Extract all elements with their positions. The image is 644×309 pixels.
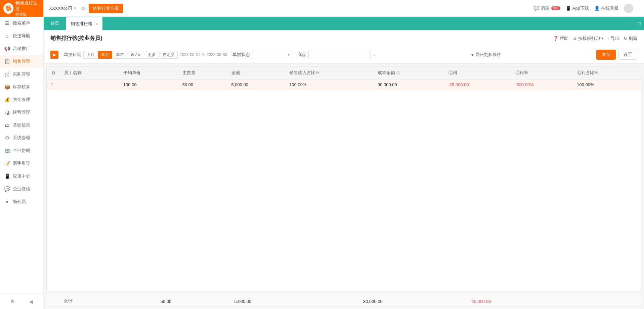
- date-7days-btn[interactable]: 近7天: [128, 51, 144, 59]
- sidebar-item-search[interactable]: ☰ 搜索菜单: [0, 17, 43, 30]
- message-icon: 💬: [534, 6, 539, 11]
- home-icon: ⌂: [4, 33, 10, 39]
- filter-date-group: 单据日期 上月 本月 本年 近7天 更多 自定义 2023-06-01 至 20…: [64, 51, 227, 59]
- service-label: 在线客服: [601, 5, 618, 11]
- filter-row-1: ▶ 单据日期 上月 本月 本年 近7天 更多 自定义 2023-06-01 至 …: [50, 50, 637, 60]
- sidebar-item-wechat[interactable]: 💬 企业微信: [0, 183, 43, 195]
- sidebar-item-sales-label: 销售管理: [13, 58, 30, 64]
- sidebar: 畅 畅康通好生意 标准版 ☰ 搜索菜单 ⌂ 快捷导航 📢 营销推广 📋 销售管理…: [0, 0, 44, 309]
- app-download-icon: 📱: [566, 6, 571, 11]
- sidebar-item-finance[interactable]: 💰 资金管理: [0, 93, 43, 106]
- topbar: XXXXX公司 ▾ ⚙ 体验行业方案 💬 消息 99+ 📱 App下载 👤 在线…: [44, 0, 644, 17]
- system-icon: ⚙: [4, 135, 10, 141]
- filter-collapse-btn[interactable]: ▶: [50, 51, 58, 59]
- print-btn[interactable]: 🖨 按模板打印 ▾: [572, 36, 603, 42]
- table-body: 1 100.00 50.00 5,000.00 100.00% 30,000.0…: [47, 80, 641, 90]
- sidebar-item-system-label: 系统管理: [13, 135, 30, 141]
- tab-sales-ranking-label: 销售排行榜: [71, 21, 92, 27]
- expand-filter-label: 展开更多条件: [475, 52, 501, 58]
- app-download-label: App下载: [572, 5, 589, 11]
- expand-filter-btn[interactable]: ▾ 展开更多条件: [471, 52, 501, 58]
- cost-info-icon[interactable]: ⓘ: [396, 71, 400, 75]
- app-download-btn[interactable]: 📱 App下载: [566, 5, 589, 11]
- sidebar-item-enterprise[interactable]: 🏢 企业协同: [0, 144, 43, 157]
- filter-area: ▶ 单据日期 上月 本月 本年 近7天 更多 自定义 2023-06-01 至 …: [44, 46, 644, 63]
- cell-profit-rate: -500.00%: [511, 80, 573, 90]
- sidebar-item-sales[interactable]: 📋 销售管理: [0, 55, 43, 68]
- table-total-footer: 合计 50.00 5,000.00 30,000.00 -25,000.00: [46, 294, 641, 309]
- online-service-btn[interactable]: 👤 在线客服: [594, 5, 618, 11]
- company-name: XXXXX公司: [49, 5, 72, 11]
- total-amount: 5,000.00: [234, 299, 252, 304]
- tab-sales-ranking[interactable]: 销售排行榜 ×: [66, 17, 102, 31]
- date-last-month-btn[interactable]: 上月: [83, 51, 97, 59]
- sales-icon: 📋: [4, 59, 10, 64]
- topbar-right: 💬 消息 99+ 📱 App下载 👤 在线客服: [534, 4, 639, 13]
- export-label: 导出: [611, 36, 619, 42]
- total-qty: 50.00: [161, 299, 172, 304]
- th-profit-pct: 毛利占比%: [573, 66, 641, 80]
- help-btn[interactable]: ❓ 帮助: [553, 36, 568, 42]
- content-area: 销售排行榜(按业务员) ❓ 帮助 🖨 按模板打印 ▾ ↑ 导出: [44, 30, 644, 309]
- refresh-icon: ↻: [624, 36, 627, 41]
- sidebar-item-inventory[interactable]: 📦 库存核算: [0, 81, 43, 93]
- sidebar-item-system[interactable]: ⚙ 系统管理: [0, 132, 43, 144]
- th-settings[interactable]: ⚙: [47, 66, 60, 80]
- company-selector[interactable]: XXXXX公司 ▾: [49, 5, 76, 11]
- sidebar-item-guide[interactable]: 📝 新手引导: [0, 157, 43, 170]
- refresh-btn[interactable]: ↻ 刷新: [624, 36, 637, 42]
- tab-minimize-icon[interactable]: —: [630, 21, 635, 26]
- sidebar-item-quick-nav-label: 快捷导航: [13, 33, 30, 39]
- th-cost: 成本全额 ⓘ: [374, 66, 444, 80]
- goods-more-icon[interactable]: ...: [373, 52, 376, 57]
- total-table: 合计 50.00 5,000.00 30,000.00 -25,000.00: [46, 296, 641, 307]
- tab-home-label: 首页: [50, 21, 59, 26]
- date-more-btn[interactable]: 更多: [145, 51, 159, 59]
- page-title: 销售排行榜(按业务员): [50, 35, 102, 42]
- sidebar-item-apps[interactable]: 📱 应用中心: [0, 170, 43, 183]
- sidebar-item-operations-label: 经营管理: [13, 109, 30, 115]
- sidebar-item-operations[interactable]: 📊 经营管理: [0, 106, 43, 119]
- tab-close-icon[interactable]: ×: [96, 22, 98, 26]
- cell-sales-pct: 100.00%: [285, 80, 374, 90]
- topbar-settings-icon[interactable]: ⚙: [81, 6, 85, 11]
- tab-home[interactable]: 首页: [44, 17, 66, 30]
- date-this-year-btn[interactable]: 本年: [113, 51, 127, 59]
- status-select-wrapper: [252, 51, 292, 59]
- help-icon: ❓: [553, 36, 558, 41]
- user-avatar[interactable]: [624, 4, 633, 13]
- goods-input[interactable]: [308, 51, 371, 59]
- settings-btn[interactable]: 设置: [618, 50, 637, 60]
- query-btn[interactable]: 查询: [596, 50, 616, 60]
- expand-icon: ▾: [471, 52, 474, 57]
- sidebar-collapse-btn[interactable]: ◀: [29, 299, 33, 304]
- export-btn[interactable]: ↑ 导出: [607, 36, 620, 42]
- date-this-month-btn[interactable]: 本月: [98, 51, 112, 59]
- try-industry-btn[interactable]: 体验行业方案: [89, 4, 123, 13]
- marketing-icon: 📢: [4, 46, 10, 51]
- print-label: 按模板打印: [578, 36, 600, 42]
- date-custom-btn[interactable]: 自定义: [160, 51, 178, 59]
- total-label: 合计: [64, 299, 73, 304]
- sidebar-item-purchase[interactable]: 🛒 采购管理: [0, 68, 43, 81]
- tab-maximize-icon[interactable]: □: [638, 21, 641, 26]
- th-qty: 主数量: [178, 66, 227, 80]
- sidebar-item-member[interactable]: ♦ 畅会员: [0, 195, 43, 208]
- wechat-icon: 💬: [4, 186, 10, 192]
- total-row: 合计 50.00 5,000.00 30,000.00 -25,000.00: [46, 296, 641, 307]
- sidebar-item-basics[interactable]: 🗂 基础信息: [0, 119, 43, 132]
- logo-line2: 标准版: [15, 12, 40, 16]
- sidebar-item-quick-nav[interactable]: ⌂ 快捷导航: [0, 30, 43, 42]
- th-amount: 全额: [227, 66, 286, 80]
- sidebar-settings-btn[interactable]: ⚙: [10, 299, 15, 304]
- message-btn[interactable]: 💬 消息 99+: [534, 5, 560, 11]
- sidebar-item-guide-label: 新手引导: [13, 160, 30, 166]
- sidebar-nav: ☰ 搜索菜单 ⌂ 快捷导航 📢 营销推广 📋 销售管理 🛒 采购管理 📦 库存核…: [0, 17, 43, 294]
- sidebar-item-marketing-label: 营销推广: [13, 46, 30, 52]
- operations-icon: 📊: [4, 110, 10, 115]
- tabbar: 首页 销售排行榜 × — □: [44, 17, 644, 30]
- table-row: 1 100.00 50.00 5,000.00 100.00% 30,000.0…: [47, 80, 641, 90]
- total-cost-cell: 30,000.00: [359, 296, 466, 307]
- sidebar-item-marketing[interactable]: 📢 营销推广: [0, 42, 43, 55]
- status-select[interactable]: [252, 51, 292, 59]
